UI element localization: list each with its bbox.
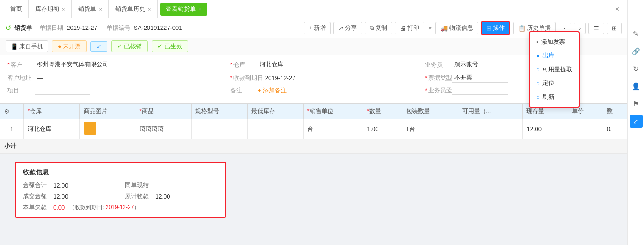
side-flag-icon[interactable]: ⚑ [630,97,643,110]
col-warehouse: *仓库 [24,104,80,119]
history-icon: 📋 [518,25,525,32]
effective-button[interactable]: ✓ 已生效 [152,40,188,52]
side-expand-icon[interactable]: ⤢ [630,115,643,128]
operation-button[interactable]: ⊞ 操作 [481,21,510,35]
summary-total: 金额合计 12.00 [23,181,116,189]
col-spec: 规格型号 [192,104,248,119]
row-unit: 台 [303,119,363,139]
row-num: 1 [0,119,24,139]
ticket-icon: ● [58,43,62,50]
salesman-label: 业务员孟 [425,86,452,95]
share-button[interactable]: ↗ 分享 [333,22,362,34]
cancelled-button[interactable]: ✓ 已核销 [111,40,148,52]
close-all-icon[interactable]: × [610,5,624,13]
order-table: ⚙ *仓库 商品图片 *商品 规格型号 最低库存 *销售单位 *数量 包装数量 … [0,103,627,154]
doc-title: 销货单 [14,24,32,32]
tab-sales-order[interactable]: 销货单 × [72,0,108,18]
outbound-icon: ● [536,52,540,59]
form-row-1: 客户 柳州粤港平安气体有限公司 仓库 河北仓库 业务员 演示账号 [7,60,620,69]
new-button[interactable]: + 新增 [304,22,331,34]
date-value: 2019-12-27 [67,24,97,31]
not-open-button[interactable]: ● 未开票 [52,40,87,52]
form-row-2: 客户地址 — 收款到期日 2019-12-27 票据类型 不开票 [7,73,620,83]
row-warehouse: 河北仓库 [24,119,80,139]
address-value[interactable]: — [35,74,90,82]
row-product-img [79,119,136,139]
dropdown-outbound[interactable]: ● 出库 [530,49,579,63]
project-field: 项目 — [7,86,203,95]
staff-value: 演示账号 [452,60,508,69]
add-notes-button[interactable]: + 添加备注 [258,86,287,95]
col-product: *商品 [136,104,192,119]
row-amount: 0. [603,119,627,139]
invoice-icon: ▪ [536,39,538,46]
tab-home[interactable]: 首页 [4,0,29,18]
customer-value[interactable]: 柳州粤港平安气体有限公司 [35,60,110,69]
col-pack-qty: 包装数量 [402,104,458,119]
tab-view-sales[interactable]: 查看销货单 × [160,3,207,16]
ticket-value[interactable]: 不开票 [452,73,508,83]
plus-icon: + [258,87,261,94]
from-phone-button[interactable]: 📱 来自手机 [6,40,48,52]
tab-inventory-start[interactable]: 库存期初 × [29,0,72,18]
tab-inventory-close[interactable]: × [62,6,65,12]
tab-inventory-label: 库存期初 [35,5,59,13]
date-label: 单据日期 [40,24,63,31]
table-row: 1 河北仓库 嘻嘻嘻嘻 台 1.00 1台 12.00 0. [0,119,627,139]
dropdown-available-qty[interactable]: ○ 可用量提取 [530,63,579,76]
notes-label: 备注 [230,86,258,95]
side-refresh-icon[interactable]: ↻ [630,63,643,75]
ticket-field: 票据类型 不开票 [425,73,620,83]
product-image [84,122,96,135]
view-grid-button[interactable]: ⊞ [607,23,622,34]
view-list-button[interactable]: ☰ [588,23,604,34]
row-spec [192,119,248,139]
col-unit: *销售单位 [303,104,363,119]
logistics-button[interactable]: 🚚 物流信息 [435,22,478,34]
summary-deal-amount: 成交金额 12.00 [23,192,116,200]
subtotal-label: 小计 [0,139,627,154]
col-available: 可用量（... [458,104,523,119]
tab-sales-label: 销货单 [78,5,96,13]
dropdown-add-invoice[interactable]: ▪ 添加发票 [530,35,579,49]
side-edit-icon[interactable]: ✎ [630,28,643,40]
tab-view-sales-close[interactable]: × [198,6,201,12]
customer-label: 客户 [7,61,35,69]
side-user-icon[interactable]: 👤 [630,80,643,93]
locate-label: 定位 [542,79,554,87]
tab-bar: 首页 库存期初 × 销货单 × 销货单历史 × 查看销货单 × × [0,0,627,18]
warehouse-value[interactable]: 河北仓库 [258,60,313,69]
deal-value: 12.00 [53,193,68,200]
duedate-value[interactable]: 2019-12-27 [263,74,318,82]
table-wrap: ⚙ *仓库 商品图片 *商品 规格型号 最低库存 *销售单位 *数量 包装数量 … [0,103,627,154]
total-label: 金额合计 [23,181,51,189]
row-pack-qty: 1台 [402,119,458,139]
dropdown-menu: ▪ 添加发票 ● 出库 ○ 可用量提取 ○ 定位 ○ 刷新 [529,31,580,108]
dropdown-locate[interactable]: ○ 定位 [530,76,579,90]
side-panel: ✎ 🔗 ↻ 👤 ⚑ ⤢ [627,0,644,226]
confirm-button[interactable]: ✓ [90,41,107,52]
tab-history-close[interactable]: × [148,6,151,12]
tab-sales-history[interactable]: 销货单历史 × [109,0,158,18]
copy-icon: ⧉ [370,24,374,32]
same-settle-label: 同单现结 [125,181,153,189]
row-price [568,119,603,139]
dropdown-refresh[interactable]: ○ 刷新 [530,90,579,104]
same-settle-value: — [155,182,161,189]
summary-owed: 本单欠款 0.00 （收款到期日: 2019-12-27） [23,203,218,211]
col-min-stock: 最低库存 [247,104,303,119]
cumulative-label: 累计收款 [125,192,153,200]
copy-button[interactable]: ⧉ 复制 [365,22,392,34]
tab-sales-close[interactable]: × [99,6,102,12]
doc-icon: ↺ [6,24,11,32]
col-settings[interactable]: ⚙ [0,104,24,119]
col-qty: *数量 [363,104,402,119]
owed-label: 本单欠款 [23,203,51,211]
print-button[interactable]: 🖨 打印 [395,22,424,34]
side-link-icon[interactable]: 🔗 [630,45,643,58]
staff-label: 业务员 [425,61,452,69]
customer-field: 客户 柳州粤港平安气体有限公司 [7,60,203,69]
date-meta: 单据日期 2019-12-27 [40,24,97,32]
col-product-img: 商品图片 [79,104,136,119]
available-icon: ○ [536,66,540,73]
